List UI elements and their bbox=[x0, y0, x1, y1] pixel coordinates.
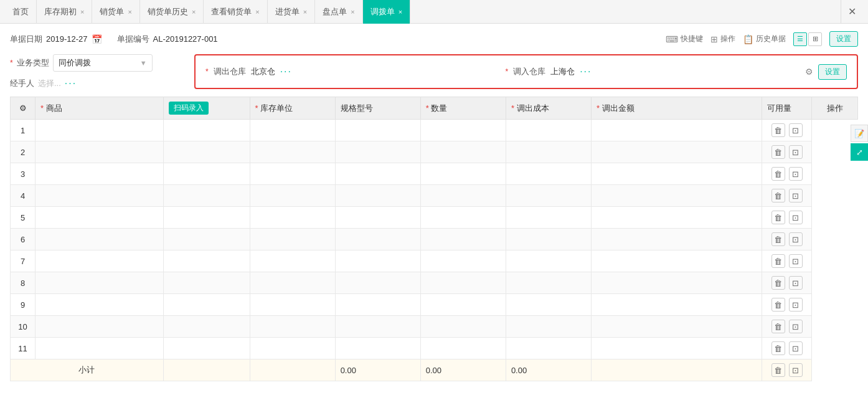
spec-cell-7[interactable] bbox=[250, 250, 335, 272]
gear-settings-icon[interactable]: ⚙ bbox=[805, 67, 813, 77]
source-warehouse-more-button[interactable]: ··· bbox=[280, 66, 292, 77]
amount-cell-3[interactable] bbox=[506, 163, 591, 185]
float-expand-button[interactable]: ⤢ bbox=[851, 143, 868, 161]
calendar-icon[interactable]: 📅 bbox=[92, 34, 102, 44]
close-tab-purchase[interactable]: × bbox=[303, 8, 307, 16]
unit-cell-9[interactable] bbox=[163, 294, 250, 316]
qty-cell-3[interactable] bbox=[335, 163, 420, 185]
subtotal-delete-icon[interactable]: 🗑 bbox=[771, 363, 785, 377]
spec-cell-5[interactable] bbox=[250, 207, 335, 229]
cost-cell-7[interactable] bbox=[420, 250, 506, 272]
qty-cell-5[interactable] bbox=[335, 207, 420, 229]
unit-cell-4[interactable] bbox=[163, 185, 250, 207]
available-cell-10[interactable] bbox=[592, 316, 762, 338]
shortcuts-button[interactable]: ⌨ 快捷键 bbox=[666, 34, 703, 44]
cost-cell-2[interactable] bbox=[420, 141, 506, 163]
close-tab-view-sales[interactable]: × bbox=[255, 8, 259, 16]
qty-cell-2[interactable] bbox=[335, 141, 420, 163]
available-cell-9[interactable] bbox=[592, 294, 762, 316]
qty-cell-1[interactable] bbox=[335, 120, 420, 141]
delete-icon-2[interactable]: 🗑 bbox=[771, 145, 785, 159]
spec-cell-4[interactable] bbox=[250, 185, 335, 207]
product-cell-4[interactable] bbox=[35, 185, 164, 207]
subtotal-copy-icon[interactable]: ⊡ bbox=[789, 363, 803, 377]
delete-icon-4[interactable]: 🗑 bbox=[771, 189, 785, 202]
qty-cell-7[interactable] bbox=[335, 250, 420, 272]
unit-cell-6[interactable] bbox=[163, 229, 250, 250]
amount-cell-8[interactable] bbox=[506, 272, 591, 294]
person-input[interactable]: 选择... bbox=[38, 78, 61, 89]
unit-cell-11[interactable] bbox=[163, 338, 250, 359]
delete-icon-1[interactable]: 🗑 bbox=[771, 123, 785, 137]
spec-cell-11[interactable] bbox=[250, 338, 335, 359]
delete-icon-7[interactable]: 🗑 bbox=[771, 254, 785, 268]
product-cell-8[interactable] bbox=[35, 272, 164, 294]
delete-icon-3[interactable]: 🗑 bbox=[771, 167, 785, 181]
amount-cell-7[interactable] bbox=[506, 250, 591, 272]
product-cell-5[interactable] bbox=[35, 207, 164, 229]
copy-icon-6[interactable]: ⊡ bbox=[789, 232, 803, 246]
delete-icon-5[interactable]: 🗑 bbox=[771, 211, 785, 224]
tab-purchase[interactable]: 进货单 × bbox=[268, 0, 315, 24]
cost-cell-6[interactable] bbox=[420, 229, 506, 250]
cost-cell-10[interactable] bbox=[420, 316, 506, 338]
cost-cell-8[interactable] bbox=[420, 272, 506, 294]
spec-cell-3[interactable] bbox=[250, 163, 335, 185]
unit-cell-10[interactable] bbox=[163, 316, 250, 338]
layout-list-icon[interactable]: ☰ bbox=[793, 32, 807, 46]
product-cell-9[interactable] bbox=[35, 294, 164, 316]
close-tab-transfer[interactable]: × bbox=[399, 8, 402, 16]
tab-view-sales[interactable]: 查看销货单 × bbox=[204, 0, 267, 24]
close-tab-sales-history[interactable]: × bbox=[192, 8, 196, 16]
copy-icon-5[interactable]: ⊡ bbox=[789, 211, 803, 224]
copy-icon-7[interactable]: ⊡ bbox=[789, 254, 803, 268]
delete-icon-10[interactable]: 🗑 bbox=[771, 320, 785, 333]
unit-cell-3[interactable] bbox=[163, 163, 250, 185]
amount-cell-11[interactable] bbox=[506, 338, 591, 359]
history-button[interactable]: 📋 历史单据 bbox=[743, 34, 786, 44]
copy-icon-10[interactable]: ⊡ bbox=[789, 320, 803, 333]
available-cell-5[interactable] bbox=[592, 207, 762, 229]
product-cell-2[interactable] bbox=[35, 141, 164, 163]
unit-cell-8[interactable] bbox=[163, 272, 250, 294]
float-note-button[interactable]: 📝 bbox=[851, 125, 868, 142]
product-cell-10[interactable] bbox=[35, 316, 164, 338]
cost-cell-1[interactable] bbox=[420, 120, 506, 141]
available-cell-3[interactable] bbox=[592, 163, 762, 185]
available-cell-1[interactable] bbox=[592, 120, 762, 141]
unit-cell-1[interactable] bbox=[163, 120, 250, 141]
copy-icon-8[interactable]: ⊡ bbox=[789, 276, 803, 290]
unit-cell-2[interactable] bbox=[163, 141, 250, 163]
available-cell-2[interactable] bbox=[592, 141, 762, 163]
tab-transfer[interactable]: 调拨单 × bbox=[363, 0, 410, 24]
copy-icon-9[interactable]: ⊡ bbox=[789, 298, 803, 312]
spec-cell-9[interactable] bbox=[250, 294, 335, 316]
available-cell-7[interactable] bbox=[592, 250, 762, 272]
operations-button[interactable]: ⊞ 操作 bbox=[710, 34, 735, 44]
available-cell-6[interactable] bbox=[592, 229, 762, 250]
tab-home[interactable]: 首页 bbox=[5, 0, 37, 24]
copy-icon-3[interactable]: ⊡ bbox=[789, 167, 803, 181]
business-type-select[interactable]: 同价调拨 ▼ bbox=[53, 54, 153, 72]
available-cell-11[interactable] bbox=[592, 338, 762, 359]
close-all-tabs-button[interactable]: ✕ bbox=[841, 0, 863, 24]
tab-sales-order[interactable]: 销货单 × bbox=[92, 0, 139, 24]
unit-cell-5[interactable] bbox=[163, 207, 250, 229]
cost-cell-3[interactable] bbox=[420, 163, 506, 185]
qty-cell-6[interactable] bbox=[335, 229, 420, 250]
close-tab-stocktake[interactable]: × bbox=[351, 8, 354, 16]
target-warehouse-more-button[interactable]: ··· bbox=[580, 66, 592, 77]
cost-cell-5[interactable] bbox=[420, 207, 506, 229]
delete-icon-8[interactable]: 🗑 bbox=[771, 276, 785, 290]
product-cell-11[interactable] bbox=[35, 338, 164, 359]
delete-icon-9[interactable]: 🗑 bbox=[771, 298, 785, 312]
cost-cell-4[interactable] bbox=[420, 185, 506, 207]
amount-cell-5[interactable] bbox=[506, 207, 591, 229]
available-cell-8[interactable] bbox=[592, 272, 762, 294]
spec-cell-10[interactable] bbox=[250, 316, 335, 338]
th-gear[interactable]: ⚙ bbox=[11, 97, 35, 120]
tab-sales-history[interactable]: 销货单历史 × bbox=[140, 0, 204, 24]
close-tab-inventory-init[interactable]: × bbox=[80, 8, 84, 16]
copy-icon-2[interactable]: ⊡ bbox=[789, 145, 803, 159]
source-warehouse-value[interactable]: 北京仓 bbox=[251, 66, 275, 77]
